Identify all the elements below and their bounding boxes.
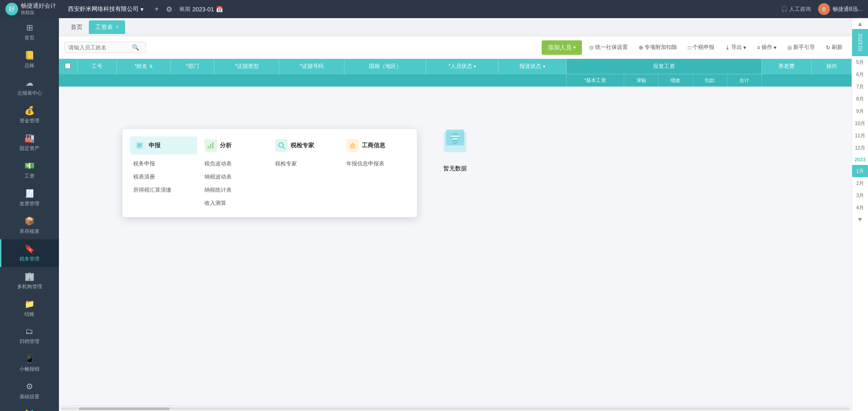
menu-item-annualreport[interactable]: 年报信息申报表: [343, 157, 410, 170]
tab-home[interactable]: 首页: [64, 20, 89, 34]
sidebar-item-guide[interactable]: 🔰 新手引导: [0, 405, 59, 411]
menu-item-taxsettle[interactable]: 所得税汇算清缴: [130, 184, 197, 197]
sidebar-item-ledger[interactable]: 📒 总账: [0, 46, 59, 73]
app-name: 畅捷通好会计: [21, 2, 56, 10]
month-11[interactable]: 11月: [852, 130, 868, 142]
send-filter-icon[interactable]: ▾: [543, 64, 545, 69]
menu-item-income[interactable]: 收入测算: [201, 197, 268, 210]
sidebar-item-cloud[interactable]: ☁ 云报表中心: [0, 73, 59, 101]
month-10[interactable]: 10月: [852, 117, 868, 130]
bottom-scrollbar[interactable]: [59, 406, 852, 411]
top-bar: 好 畅捷通好会计 旗舰版 西安虾米网络科技有限公司 ▾ + ⚙ 账期 2023-…: [0, 0, 868, 18]
scrollbar-track[interactable]: [61, 407, 850, 410]
period-value[interactable]: 2023-01: [192, 6, 214, 13]
export-button[interactable]: ⤓ 导出 ▾: [722, 41, 750, 53]
guide-button[interactable]: ◎ 新手引导: [784, 41, 819, 53]
headset-icon: 🎧: [781, 6, 788, 12]
tab-bar: 首页 工资表 ×: [59, 18, 852, 36]
search-input[interactable]: [68, 44, 132, 51]
month-1-current[interactable]: 1月: [852, 165, 868, 177]
menu-item-taxstat[interactable]: 纳税统计表: [201, 184, 268, 197]
th-cert-no: *证据号码: [279, 59, 344, 74]
th-name: *姓名 ⇅: [116, 59, 170, 74]
sidebar-item-xiaochang[interactable]: 📱 小畅报销: [0, 349, 59, 377]
sidebar-item-home[interactable]: ⊞ 首页: [0, 18, 59, 46]
select-all-header[interactable]: [59, 59, 77, 74]
add-person-label: 添加人员: [548, 44, 572, 52]
month-6[interactable]: 6月: [852, 68, 868, 81]
tax-report-icon: □: [688, 44, 691, 51]
empty-illustration: [437, 123, 473, 159]
month-5[interactable]: 5月: [852, 56, 868, 68]
refresh-icon: ↻: [826, 44, 830, 51]
menu-item-taxburden[interactable]: 税负波动表: [201, 157, 268, 170]
month-3[interactable]: 3月: [852, 189, 868, 202]
month-2[interactable]: 2月: [852, 177, 868, 189]
menu-item-taxexpert[interactable]: 税检专家: [272, 157, 339, 170]
menu-section-shenbao: 申报 税务申报 税表清册 所得税汇算清缴: [130, 136, 197, 210]
tab-salary[interactable]: 工资表 ×: [89, 20, 125, 34]
menu-item-taxreport[interactable]: 税务申报: [130, 157, 197, 170]
sidebar-item-funds[interactable]: 💰 资金管理: [0, 101, 59, 129]
th-dept: *部门: [170, 59, 214, 74]
sidebar-item-assets[interactable]: 🏭 固定资产: [0, 129, 59, 156]
sidebar-label-xiaochang: 小畅报销: [19, 366, 39, 372]
home-icon: ⊞: [26, 23, 33, 33]
scrollbar-thumb[interactable]: [79, 407, 170, 410]
search-box: 🔍: [64, 42, 146, 53]
add-person-button[interactable]: 添加人员 ▾: [542, 40, 582, 55]
sidebar-item-multiorg[interactable]: 🏢 多机构管理: [0, 267, 59, 295]
sidebar-item-inventory[interactable]: 📦 库存核算: [0, 212, 59, 239]
month-7[interactable]: 7月: [852, 81, 868, 93]
month-9[interactable]: 9月: [852, 105, 868, 117]
add-button[interactable]: +: [153, 4, 160, 14]
status-filter-icon[interactable]: ▾: [474, 64, 476, 69]
social-security-button[interactable]: ⊙ 统一社保设置: [586, 41, 631, 53]
svg-rect-3: [451, 135, 460, 137]
user-info[interactable]: B 畅捷通B迅...: [818, 3, 863, 15]
social-label: 统一社保设置: [595, 44, 628, 51]
user-name: 畅捷通B迅...: [833, 5, 863, 13]
th-status: *人员状态 ▾: [426, 59, 498, 74]
svg-rect-6: [208, 146, 209, 149]
th-pension: 养老费: [761, 59, 812, 74]
sidebar-item-close[interactable]: 📁 结账: [0, 295, 59, 322]
th-base-salary: *基本工资: [567, 74, 624, 87]
company-selector[interactable]: 西安虾米网络科技有限公司 ▾: [68, 5, 145, 13]
refresh-button[interactable]: ↻ 刷新: [822, 41, 846, 53]
sidebar-item-invoice[interactable]: 🧾 发票管理: [0, 184, 59, 212]
special-deduction-button[interactable]: ⊕ 专项附加扣除: [635, 41, 681, 53]
th-cert-type: *证据类型: [214, 59, 279, 74]
sidebar: ⊞ 首页 📒 总账 ☁ 云报表中心 💰 资金管理 🏭 固定资产 💵 工资 🧾 发…: [0, 18, 59, 411]
shuijian-header: 税检专家: [272, 136, 339, 155]
multiorg-icon: 🏢: [24, 271, 34, 281]
shenbao-header: 申报: [130, 136, 197, 155]
th-payroll-group: 应发工资: [567, 59, 761, 74]
month-12[interactable]: 12月: [852, 142, 868, 154]
service-btn[interactable]: 🎧 人工咨询: [781, 5, 811, 13]
calendar-icon[interactable]: 📅: [216, 6, 223, 13]
settings-button[interactable]: ⚙: [164, 4, 174, 15]
sidebar-item-archive[interactable]: 🗂 归档管理: [0, 322, 59, 349]
sidebar-item-tax[interactable]: 🔖 税务管理: [0, 239, 59, 267]
menu-item-taxpay[interactable]: 纳税波动表: [201, 170, 268, 184]
sidebar-item-baseset[interactable]: ⚙ 基础设置: [0, 377, 59, 405]
logo-icon: 好: [5, 3, 18, 15]
search-icon: 🔍: [132, 44, 139, 51]
month-8[interactable]: 8月: [852, 93, 868, 105]
social-icon: ⊙: [589, 44, 594, 51]
select-all-checkbox[interactable]: [65, 63, 71, 69]
period-label: 账期: [179, 5, 190, 13]
operation-dropdown-icon: ▾: [774, 44, 776, 51]
menu-item-taxclear[interactable]: 税表清册: [130, 170, 197, 184]
tab-close-btn[interactable]: ×: [116, 24, 119, 30]
sidebar-item-salary[interactable]: 💵 工资: [0, 156, 59, 184]
tax-report-button[interactable]: □ 个税申报: [684, 41, 718, 53]
scroll-down-btn[interactable]: ▼: [855, 214, 865, 225]
svg-line-10: [283, 147, 285, 149]
assets-icon: 🏭: [24, 133, 34, 143]
operation-button[interactable]: ≡ 操作 ▾: [753, 41, 780, 53]
scroll-up-btn[interactable]: ▲: [855, 18, 865, 29]
service-label: 人工咨询: [789, 5, 811, 13]
month-4[interactable]: 4月: [852, 202, 868, 214]
